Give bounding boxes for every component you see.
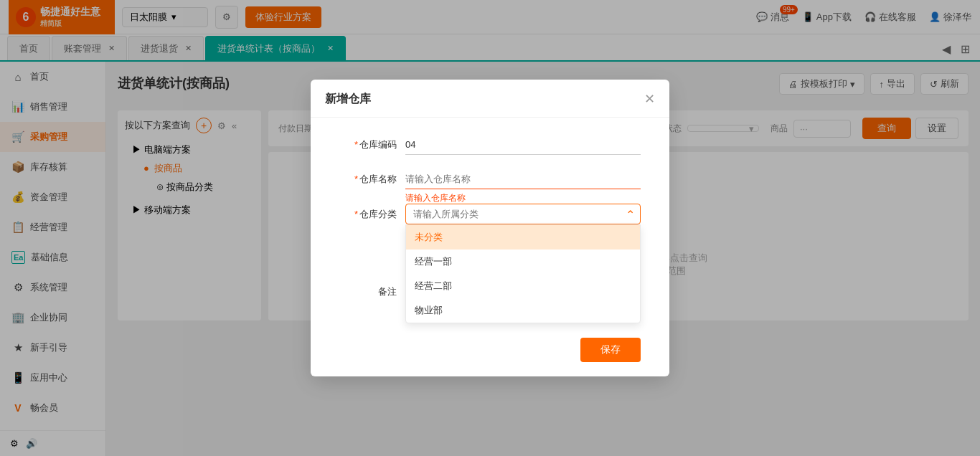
name-error-message: 请输入仓库名称 bbox=[405, 192, 466, 204]
dialog-body: 仓库编码 仓库名称 请输入仓库名称 仓库分类 ⌃ bbox=[311, 118, 669, 331]
category-dropdown: 未分类 经营一部 经营二部 物业部 bbox=[405, 224, 641, 323]
category-input[interactable] bbox=[405, 204, 641, 224]
dialog-close-button[interactable]: ✕ bbox=[644, 91, 655, 107]
category-select-wrapper: ⌃ bbox=[405, 204, 641, 224]
code-input[interactable] bbox=[405, 135, 641, 155]
code-label: 仓库编码 bbox=[339, 138, 397, 151]
category-label: 仓库分类 bbox=[339, 208, 397, 221]
dropdown-item-dept2[interactable]: 经营二部 bbox=[406, 274, 640, 298]
dialog-title: 新增仓库 bbox=[325, 92, 371, 107]
dropdown-item-property[interactable]: 物业部 bbox=[406, 298, 640, 323]
modal-overlay: 新增仓库 ✕ 仓库编码 仓库名称 请输入仓库名称 仓库分类 bbox=[0, 0, 980, 456]
category-field-row: 仓库分类 ⌃ 未分类 经营一部 经营二部 物业部 bbox=[339, 204, 641, 224]
name-label: 仓库名称 bbox=[339, 173, 397, 186]
dropdown-item-dept1[interactable]: 经营一部 bbox=[406, 250, 640, 274]
name-field-row: 仓库名称 请输入仓库名称 bbox=[339, 169, 641, 189]
save-button[interactable]: 保存 bbox=[580, 338, 641, 362]
note-label: 备注 bbox=[339, 285, 397, 298]
name-input[interactable] bbox=[405, 169, 641, 189]
category-arrow-icon[interactable]: ⌃ bbox=[626, 207, 635, 221]
code-field-row: 仓库编码 bbox=[339, 135, 641, 155]
dropdown-item-uncategorized[interactable]: 未分类 bbox=[406, 225, 640, 250]
new-warehouse-dialog: 新增仓库 ✕ 仓库编码 仓库名称 请输入仓库名称 仓库分类 bbox=[311, 80, 669, 376]
dialog-footer: 保存 bbox=[311, 331, 669, 376]
dialog-header: 新增仓库 ✕ bbox=[311, 80, 669, 118]
